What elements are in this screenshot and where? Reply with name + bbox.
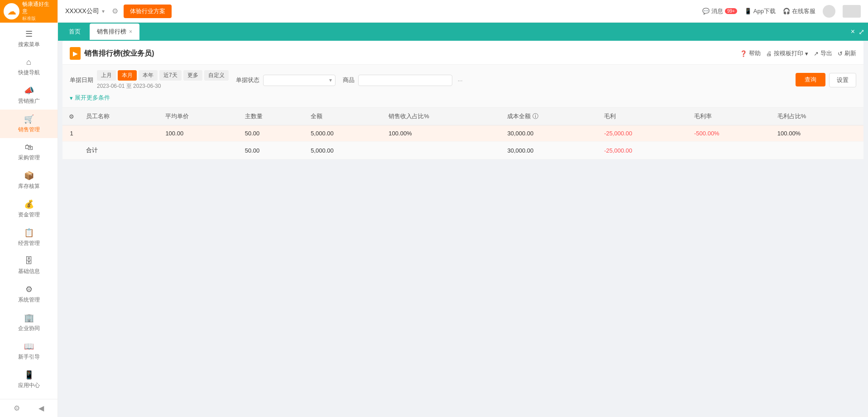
data-table: ⚙ 员工名称 平均单价 主数量 全额 销售收入占比% 成本全额 ⓘ 毛利 毛利率… (62, 108, 863, 159)
sidebar-footer: ⚙ ◀ (0, 399, 58, 417)
expand-icon: ▾ (70, 95, 73, 101)
avatar[interactable] (823, 5, 835, 18)
app-center-icon: 📱 (24, 370, 34, 380)
filter-bar: 单据日期 上月 本月 本年 近7天 更多 自定义 2023-06-01 至 20… (62, 65, 863, 108)
help-button[interactable]: ❓ 帮助 (740, 49, 761, 58)
trial-button[interactable]: 体验行业方案 (124, 5, 172, 18)
sidebar: ☁ 畅康通好生意 标准版 ☰ 搜索菜单 ⌂ 快捷导航 📣 营销推广 🛒 销售管理… (0, 0, 58, 417)
goods-filter-label: 商品 (343, 76, 355, 84)
home-tab-label: 首页 (69, 28, 81, 36)
refresh-icon: ↺ (838, 50, 843, 57)
status-select-wrapper (263, 75, 336, 86)
col-profit: 毛利 (599, 108, 689, 125)
cell-profit-ratio: 100.00% (772, 125, 863, 142)
cell-profit: -25,000.00 (599, 125, 689, 142)
finance-icon: 💰 (24, 199, 34, 209)
print-button[interactable]: 🖨 按模板打印 ▾ (766, 49, 808, 58)
date-filter-label: 单据日期 (70, 76, 93, 84)
page-header: ▶ 销售排行榜(按业务员) ❓ 帮助 🖨 按模板打印 ▾ ↗ 导出 (62, 41, 863, 65)
tab-close-icon[interactable]: × (129, 29, 132, 35)
cell-quantity: 50.00 (240, 125, 305, 142)
message-label: 消息 (711, 7, 723, 15)
date-btn-this-year[interactable]: 本年 (139, 70, 158, 81)
header-gear-icon[interactable]: ⚙ (112, 7, 118, 15)
sidebar-item-operations[interactable]: 📋 经营管理 (0, 223, 58, 252)
col-cost: 成本全额 ⓘ (502, 108, 599, 125)
settings-button[interactable]: 设置 (829, 73, 856, 87)
message-button[interactable]: 💬 消息 99+ (702, 7, 737, 15)
operations-icon: 📋 (24, 228, 34, 238)
date-btn-last-month[interactable]: 上月 (97, 70, 116, 81)
header: XXXXX公司 ▾ ⚙ 体验行业方案 💬 消息 99+ 📱 App下载 🎧 在线… (58, 0, 868, 23)
sidebar-item-system[interactable]: ⚙ 系统管理 (0, 280, 58, 308)
cell-avg-price: 100.00 (160, 125, 239, 142)
date-btn-this-month[interactable]: 本月 (118, 70, 137, 81)
sidebar-item-guide[interactable]: 📖 新手引导 (0, 337, 58, 365)
sidebar-item-quick-nav[interactable]: ⌂ 快捷导航 (0, 53, 58, 81)
app-download-button[interactable]: 📱 App下载 (744, 7, 776, 15)
help-label: 帮助 (749, 49, 761, 58)
sidebar-item-sales[interactable]: 🛒 销售管理 (0, 110, 58, 138)
tab-home[interactable]: 首页 (62, 24, 88, 40)
cell-employee (81, 125, 160, 142)
refresh-button[interactable]: ↺ 刷新 (838, 49, 856, 58)
sidebar-label: 资金管理 (18, 211, 40, 219)
cell-rank: 1 (62, 125, 81, 142)
header-right: 💬 消息 99+ 📱 App下载 🎧 在线客服 (702, 5, 861, 18)
expand-more-btn[interactable]: ▾ 展开更多条件 (70, 94, 856, 102)
status-filter-label: 单据状态 (236, 76, 259, 84)
settings-col-icon[interactable]: ⚙ (69, 113, 74, 120)
sidebar-label: 搜索菜单 (18, 41, 40, 48)
user-name (843, 5, 861, 18)
online-service-label: 在线客服 (792, 7, 815, 15)
sidebar-item-wechat[interactable]: 💬 企业微信 (0, 394, 58, 399)
sidebar-label: 系统管理 (18, 296, 40, 304)
settings-icon[interactable]: ⚙ (14, 404, 20, 412)
company-selector[interactable]: XXXXX公司 ▾ (65, 7, 105, 15)
window-expand-icon[interactable]: ⤢ (858, 28, 864, 36)
sidebar-item-app-center[interactable]: 📱 应用中心 (0, 365, 58, 394)
collapse-icon[interactable]: ◀ (38, 404, 44, 412)
cell-amount: 5,000.00 (305, 125, 383, 142)
window-close-icon[interactable]: × (851, 28, 855, 36)
tab-sales-ranking[interactable]: 销售排行榜 × (90, 24, 139, 40)
sidebar-item-search-order[interactable]: ☰ 搜索菜单 (0, 24, 58, 53)
export-button[interactable]: ↗ 导出 (814, 49, 832, 58)
sidebar-label: 应用中心 (18, 382, 40, 389)
col-employee: 员工名称 (81, 108, 160, 125)
sidebar-logo: ☁ 畅康通好生意 标准版 (0, 0, 58, 23)
help-icon: ❓ (740, 50, 747, 57)
footer-label: 合计 (81, 142, 160, 159)
sidebar-item-basic-info[interactable]: 🗄 基础信息 (0, 252, 58, 280)
collapse-filter-btn[interactable]: ▶ (70, 47, 81, 60)
sidebar-item-finance[interactable]: 💰 资金管理 (0, 195, 58, 223)
main-content: ▶ 销售排行榜(按业务员) ❓ 帮助 🖨 按模板打印 ▾ ↗ 导出 (58, 41, 868, 417)
footer-empty-1 (62, 142, 81, 159)
goods-more-icon[interactable]: ··· (456, 77, 465, 84)
tabs-bar: 首页 销售排行榜 × × ⤢ (58, 23, 868, 41)
col-profit-rate: 毛利率 (689, 108, 772, 125)
logo-badge: 标准版 (22, 15, 54, 22)
online-service-button[interactable]: 🎧 在线客服 (783, 7, 815, 15)
footer-cost: 30,000.00 (502, 142, 599, 159)
date-btn-custom[interactable]: 自定义 (204, 70, 229, 81)
sidebar-item-inventory[interactable]: 📦 库存核算 (0, 166, 58, 195)
sidebar-label: 销售管理 (18, 126, 40, 134)
sidebar-item-enterprise[interactable]: 🏢 企业协同 (0, 308, 58, 337)
sidebar-label: 营销推广 (18, 97, 40, 105)
date-filter: 单据日期 上月 本月 本年 近7天 更多 自定义 2023-06-01 至 20… (70, 70, 229, 90)
query-button[interactable]: 查询 (796, 73, 825, 86)
home-icon: ⌂ (26, 58, 31, 67)
status-select[interactable] (263, 75, 336, 86)
col-quantity: 主数量 (240, 108, 305, 125)
sidebar-item-marketing[interactable]: 📣 营销推广 (0, 81, 58, 110)
footer-empty-5 (772, 142, 863, 159)
cell-profit-rate: -500.00% (689, 125, 772, 142)
sidebar-label: 新手引导 (18, 353, 40, 361)
col-avg-price: 平均单价 (160, 108, 239, 125)
date-btn-7days[interactable]: 近7天 (159, 70, 182, 81)
sidebar-item-purchase[interactable]: 🛍 采购管理 (0, 138, 58, 166)
goods-input[interactable] (358, 75, 452, 86)
date-btn-more[interactable]: 更多 (183, 70, 202, 81)
print-dropdown-icon: ▾ (805, 50, 808, 57)
